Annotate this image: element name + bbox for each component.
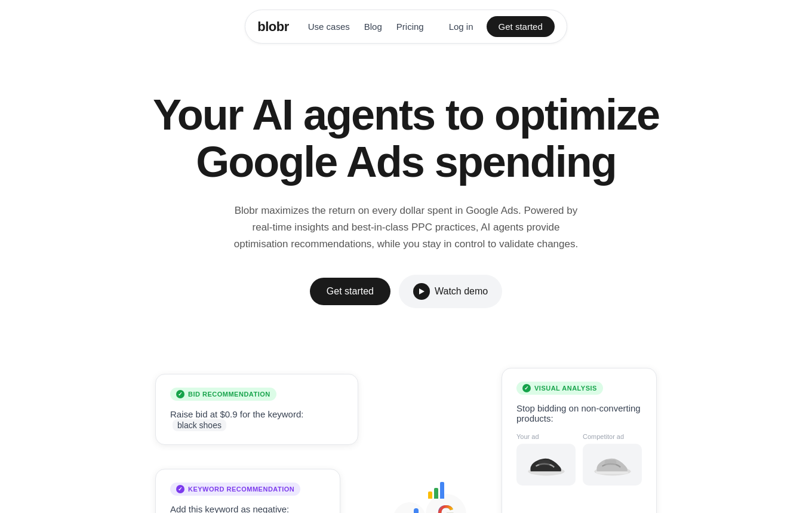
competitor-ad-shoe bbox=[583, 444, 642, 486]
nav-actions: Log in Get started bbox=[443, 16, 555, 37]
cards-section: ✓ BID RECOMMENDATION Raise bid at $0.9 f… bbox=[0, 344, 812, 513]
nav-link-pricing[interactable]: Pricing bbox=[396, 21, 424, 32]
bid-keyword-pill: black shoes bbox=[173, 419, 226, 431]
visual-check-icon: ✓ bbox=[522, 384, 531, 392]
competitor-ad-label: Competitor ad bbox=[583, 433, 642, 440]
logo: blobr bbox=[257, 19, 289, 35]
bid-text: Raise bid at $0.9 for the keyword: black… bbox=[170, 409, 343, 431]
google-logos-area: G G bbox=[382, 356, 478, 513]
your-ad-col: Your ad bbox=[516, 433, 576, 486]
navbar: blobr Use cases Blog Pricing Log in Get … bbox=[245, 10, 567, 44]
hero-section: Your AI agents to optimize Google Ads sp… bbox=[0, 44, 812, 332]
watch-demo-label: Watch demo bbox=[435, 286, 488, 297]
shoe-your-svg bbox=[525, 450, 567, 480]
ad-comparison: Your ad Co bbox=[516, 433, 642, 486]
login-button[interactable]: Log in bbox=[443, 18, 479, 35]
svg-rect-10 bbox=[604, 460, 616, 465]
nav-links: Use cases Blog Pricing bbox=[308, 21, 424, 32]
hero-title: Your AI agents to optimize Google Ads sp… bbox=[149, 91, 663, 186]
nav-link-blog[interactable]: Blog bbox=[364, 21, 382, 32]
your-ad-label: Your ad bbox=[516, 433, 576, 440]
svg-rect-3 bbox=[414, 508, 419, 513]
bar-chart-icon bbox=[428, 482, 444, 499]
bid-badge: ✓ BID RECOMMENDATION bbox=[170, 388, 276, 401]
play-icon bbox=[413, 283, 430, 300]
shoe-competitor-svg bbox=[592, 450, 633, 480]
visual-analysis-card: ✓ VISUAL ANALYSIS Stop bidding on non-co… bbox=[502, 368, 657, 513]
svg-text:G: G bbox=[437, 501, 455, 513]
google-analytics-icon bbox=[393, 502, 426, 513]
keyword-recommendation-card: ✓ KEYWORD RECOMMENDATION Add this keywor… bbox=[155, 469, 340, 513]
svg-point-0 bbox=[393, 502, 426, 513]
your-ad-shoe bbox=[516, 444, 576, 486]
navbar-wrapper: blobr Use cases Blog Pricing Log in Get … bbox=[0, 0, 812, 44]
bid-recommendation-card: ✓ BID RECOMMENDATION Raise bid at $0.9 f… bbox=[155, 374, 358, 445]
visual-badge: ✓ VISUAL ANALYSIS bbox=[516, 382, 603, 395]
hero-get-started-button[interactable]: Get started bbox=[310, 278, 390, 305]
bid-check-icon: ✓ bbox=[176, 390, 184, 398]
nav-get-started-button[interactable]: Get started bbox=[487, 16, 555, 37]
hero-actions: Get started Watch demo bbox=[12, 275, 800, 308]
keyword-check-icon: ✓ bbox=[176, 485, 184, 493]
visual-text: Stop bidding on non-converting products: bbox=[516, 403, 642, 423]
nav-link-use-cases[interactable]: Use cases bbox=[308, 21, 350, 32]
competitor-ad-col: Competitor ad bbox=[583, 433, 642, 486]
keyword-badge: ✓ KEYWORD RECOMMENDATION bbox=[170, 483, 300, 496]
svg-rect-8 bbox=[538, 460, 549, 465]
hero-subtitle: Blobr maximizes the return on every doll… bbox=[233, 202, 579, 253]
keyword-text: Add this keyword as negative: US Airforc… bbox=[170, 504, 325, 513]
hero-watch-demo-button[interactable]: Watch demo bbox=[399, 275, 502, 308]
